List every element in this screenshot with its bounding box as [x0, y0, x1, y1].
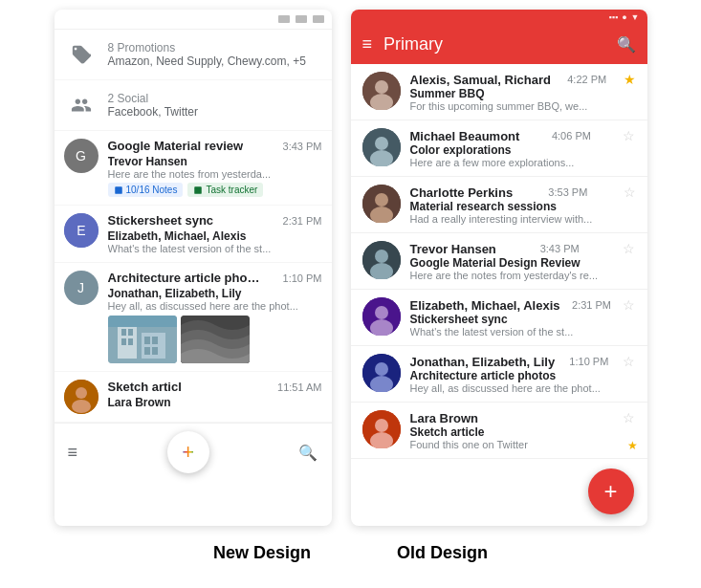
old-subject-0: Summer BBQ [410, 87, 636, 100]
promotions-names: Amazon, Need Supply, Chewy.com, +5 [108, 54, 322, 68]
avatar-3 [64, 380, 99, 414]
old-subject-2: Material research sessions [410, 200, 636, 213]
old-sender-4: Elizabeth, Michael, Alexis [410, 298, 560, 313]
star-icon-2[interactable]: ☆ [624, 185, 636, 200]
svg-rect-13 [108, 316, 177, 327]
email-item-1[interactable]: Stickersheet sync 2:31 PM Elizabeth, Mic… [55, 206, 332, 263]
old-sender-5: Jonathan, Elizabeth, Lily [410, 355, 556, 369]
old-time-4: 2:31 PM [572, 299, 611, 311]
footer-search-icon[interactable]: 🔍 [298, 444, 318, 462]
svg-rect-11 [144, 347, 150, 355]
star-icon-6[interactable]: ☆ [623, 410, 635, 425]
old-subject-4: Stickersheet sync [410, 313, 636, 326]
svg-point-25 [375, 193, 388, 207]
star-icon-1[interactable]: ☆ [623, 128, 635, 143]
old-status-battery: ▼ [631, 12, 640, 22]
old-preview-4: What's the latest version of the st... [410, 326, 636, 338]
svg-point-34 [375, 362, 388, 376]
old-email-item-6[interactable]: Lara Brown ☆ Sketch article Found this o… [351, 403, 647, 459]
promotions-item[interactable]: 8 Promotions Amazon, Need Supply, Chewy.… [55, 30, 332, 80]
svg-rect-4 [121, 329, 126, 336]
email-item-2[interactable]: J Architecture article photos 1:10 PM Jo… [55, 263, 332, 372]
new-design-label: New Design [213, 543, 311, 563]
email-sender-1: Stickersheet sync [108, 213, 214, 228]
avatar-2: J [64, 271, 99, 305]
old-email-info-6: Lara Brown ☆ Sketch article Found this o… [410, 410, 636, 450]
svg-point-37 [375, 419, 388, 432]
compose-fab-new[interactable]: + [167, 431, 209, 473]
new-panel-status-bar [55, 10, 332, 30]
old-subject-6: Sketch article [410, 425, 636, 439]
svg-rect-10 [152, 337, 158, 344]
old-avatar-3 [362, 241, 401, 279]
svg-rect-7 [128, 338, 133, 345]
old-avatar-0 [362, 72, 401, 110]
hamburger-menu-icon[interactable]: ≡ [68, 443, 78, 463]
old-email-item-5[interactable]: Jonathan, Elizabeth, Lily 1:10 PM ☆ Arch… [351, 346, 647, 403]
old-preview-0: For this upcoming summer BBQ, we... [410, 100, 636, 112]
old-panel-header: ≡ Primary 🔍 [351, 25, 647, 64]
email-item-3[interactable]: Sketch articl 11:51 AM Lara Brown [55, 372, 332, 423]
svg-point-28 [375, 250, 388, 263]
old-email-item-3[interactable]: Trevor Hansen 3:43 PM ☆ Google Material … [351, 233, 647, 290]
old-search-icon[interactable]: 🔍 [617, 35, 636, 54]
compose-fab-old[interactable]: + [588, 468, 634, 514]
email-item-0[interactable]: G Google Material review 3:43 PM Trevor … [55, 131, 332, 206]
avatar-1 [64, 213, 99, 248]
status-icon-3 [313, 15, 324, 23]
old-hamburger-icon[interactable]: ≡ [362, 34, 373, 54]
design-labels: New Design Old Design [0, 535, 701, 563]
star-icon-0[interactable]: ★ [624, 72, 636, 87]
social-item[interactable]: 2 Social Facebook, Twitter [55, 80, 332, 131]
old-status-wifi: ● [622, 12, 626, 22]
old-avatar-4 [362, 297, 401, 336]
old-time-3: 3:43 PM [540, 243, 580, 254]
svg-rect-1 [195, 186, 203, 194]
star-icon-5[interactable]: ☆ [623, 354, 635, 369]
email-info-0: Google Material review 3:43 PM Trevor Ha… [108, 139, 322, 197]
social-names: Facebook, Twitter [108, 105, 322, 119]
status-icon-1 [278, 15, 290, 23]
email-tags-0: 10/16 Notes Task tracker [108, 183, 322, 197]
email-subject-2: Jonathan, Elizabeth, Lily [108, 287, 322, 300]
old-email-item-1[interactable]: Michael Beaumont 4:06 PM ☆ Color explora… [351, 120, 647, 177]
old-email-item-0[interactable]: Alexis, Samual, Richard 4:22 PM ★ Summer… [351, 64, 647, 120]
old-sender-6: Lara Brown [410, 411, 479, 425]
email-sender-3: Sketch articl [108, 380, 182, 394]
old-avatar-6 [362, 410, 401, 448]
svg-rect-12 [152, 347, 158, 355]
old-time-2: 3:53 PM [548, 186, 587, 198]
svg-rect-3 [118, 325, 137, 359]
avatar-0: G [64, 139, 99, 173]
old-email-info-1: Michael Beaumont 4:06 PM ☆ Color explora… [410, 128, 636, 168]
email-sender-0: Google Material review [108, 139, 244, 153]
old-time-0: 4:22 PM [567, 74, 606, 85]
promotions-count: 8 Promotions [108, 41, 322, 54]
arch-photo-1 [108, 316, 177, 363]
promotions-info: 8 Promotions Amazon, Need Supply, Chewy.… [108, 41, 322, 68]
svg-point-31 [375, 306, 388, 319]
email-info-1: Stickersheet sync 2:31 PM Elizabeth, Mic… [108, 213, 322, 254]
svg-point-19 [375, 80, 388, 94]
old-time-1: 4:06 PM [552, 130, 591, 142]
old-avatar-1 [362, 128, 401, 166]
old-email-item-4[interactable]: Elizabeth, Michael, Alexis 2:31 PM ☆ Sti… [351, 290, 647, 346]
arch-photos [108, 316, 250, 363]
old-preview-1: Here are a few more explorations... [410, 157, 636, 168]
svg-rect-5 [128, 329, 133, 336]
new-panel-footer: ≡ + 🔍 [55, 423, 332, 481]
old-avatar-5 [362, 354, 401, 392]
star-icon-3[interactable]: ☆ [623, 241, 635, 256]
compose-plus-icon: + [182, 440, 194, 465]
email-preview-2: Hey all, as discussed here are the phot.… [108, 300, 322, 312]
old-email-list-container: Alexis, Samual, Richard 4:22 PM ★ Summer… [351, 64, 647, 526]
old-email-item-2[interactable]: Charlotte Perkins 3:53 PM ☆ Material res… [351, 177, 647, 233]
star-icon-4[interactable]: ☆ [623, 297, 635, 313]
old-avatar-2 [362, 185, 401, 223]
old-email-list: Alexis, Samual, Richard 4:22 PM ★ Summer… [351, 64, 647, 459]
old-email-info-0: Alexis, Samual, Richard 4:22 PM ★ Summer… [410, 72, 636, 112]
old-sender-0: Alexis, Samual, Richard [410, 73, 551, 87]
svg-rect-0 [115, 186, 122, 194]
email-time-1: 2:31 PM [283, 215, 322, 227]
old-preview-3: Here are the notes from yesterday's re..… [410, 270, 636, 281]
